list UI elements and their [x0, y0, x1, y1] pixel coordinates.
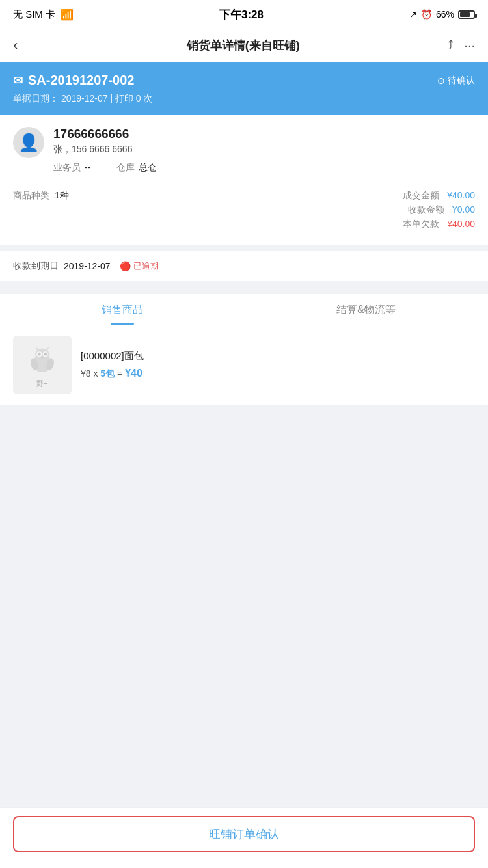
location-icon: ↗ [409, 9, 417, 20]
user-icon: 👤 [18, 133, 39, 153]
amounts-right: 成交金额 ¥40.00 收款金额 ¥0.00 本单欠款 ¥40.00 [403, 190, 475, 233]
received-amount-row: 收款金额 ¥0.00 [403, 204, 475, 216]
status-bar: 无 SIM 卡 📶 下午3:28 ↗ ⏰ 66% [0, 0, 488, 29]
order-number: ✉ SA-20191207-002 [13, 73, 134, 88]
header-card: ✉ SA-20191207-002 ⊙ 待确认 单据日期： 2019-12-07… [0, 62, 488, 115]
more-icon[interactable]: ··· [464, 38, 475, 53]
customer-name: 张，156 6666 6666 [53, 144, 475, 156]
page-title: 销货单详情(来自旺铺) [39, 38, 447, 53]
product-thumbnail: 野+ [13, 336, 72, 394]
bottom-bar: 旺铺订单确认 [0, 807, 488, 868]
status-right: ↗ ⏰ 66% [409, 9, 475, 20]
confirm-order-button[interactable]: 旺铺订单确认 [13, 816, 475, 852]
clock-icon: ⊙ [437, 75, 445, 86]
tab-settlement-logistics[interactable]: 结算&物流等 [244, 294, 488, 325]
customer-meta: 业务员 -- 仓库 总仓 [53, 162, 475, 174]
product-details: [0000002]面包 ¥8 x 5包 = ¥40 [81, 350, 475, 380]
back-button[interactable]: ‹ [13, 37, 39, 54]
warning-icon: 🔴 [120, 261, 131, 271]
svg-point-4 [38, 352, 41, 355]
product-count: 商品种类 1种 [13, 190, 69, 202]
wifi-icon: 📶 [61, 8, 74, 21]
avatar: 👤 [13, 127, 44, 158]
customer-info: 17666666666 张，156 6666 6666 业务员 -- 仓库 总仓 [53, 127, 475, 174]
product-price: ¥8 x 5包 = ¥40 [81, 368, 475, 380]
tabs-container: 销售商品 结算&物流等 [0, 294, 488, 325]
svg-point-5 [44, 352, 47, 355]
owed-amount-row: 本单欠款 ¥40.00 [403, 219, 475, 230]
salesman-field: 业务员 -- [53, 162, 90, 174]
customer-card: 👤 17666666666 张，156 6666 6666 业务员 -- 仓库 … [0, 115, 488, 245]
tab-sales-products[interactable]: 销售商品 [0, 294, 244, 325]
overdue-badge: 🔴 已逾期 [120, 260, 159, 272]
carrier-text: 无 SIM 卡 [13, 8, 55, 21]
battery-percent: 66% [436, 9, 454, 20]
nav-actions: ⤴ ··· [447, 38, 475, 53]
empty-area [0, 405, 488, 536]
amount-section: 商品种类 1种 成交金额 ¥40.00 收款金额 ¥0.00 本单欠款 ¥40.… [13, 190, 475, 233]
product-list: 野+ [0000002]面包 ¥8 x 5包 = ¥40 [0, 325, 488, 405]
envelope-icon: ✉ [13, 74, 23, 88]
time-display: 下午3:28 [219, 7, 264, 22]
battery-bar [458, 10, 475, 19]
order-date: 单据日期： 2019-12-07 | 打印 0 次 [13, 93, 475, 105]
divider [13, 182, 475, 182]
warehouse-field: 仓库 总仓 [116, 162, 157, 174]
customer-phone: 17666666666 [53, 127, 475, 141]
deal-amount-row: 成交金额 ¥40.00 [403, 190, 475, 202]
product-item: 野+ [0000002]面包 ¥8 x 5包 = ¥40 [0, 325, 488, 405]
status-badge: ⊙ 待确认 [437, 75, 475, 87]
due-date-section: 收款到期日 2019-12-07 🔴 已逾期 [0, 251, 488, 281]
alarm-icon: ⏰ [421, 9, 432, 20]
status-left: 无 SIM 卡 📶 [13, 8, 74, 21]
nav-bar: ‹ 销货单详情(来自旺铺) ⤴ ··· [0, 29, 488, 62]
gap-section [0, 288, 488, 294]
product-name: [0000002]面包 [81, 350, 475, 362]
share-icon[interactable]: ⤴ [447, 38, 454, 53]
